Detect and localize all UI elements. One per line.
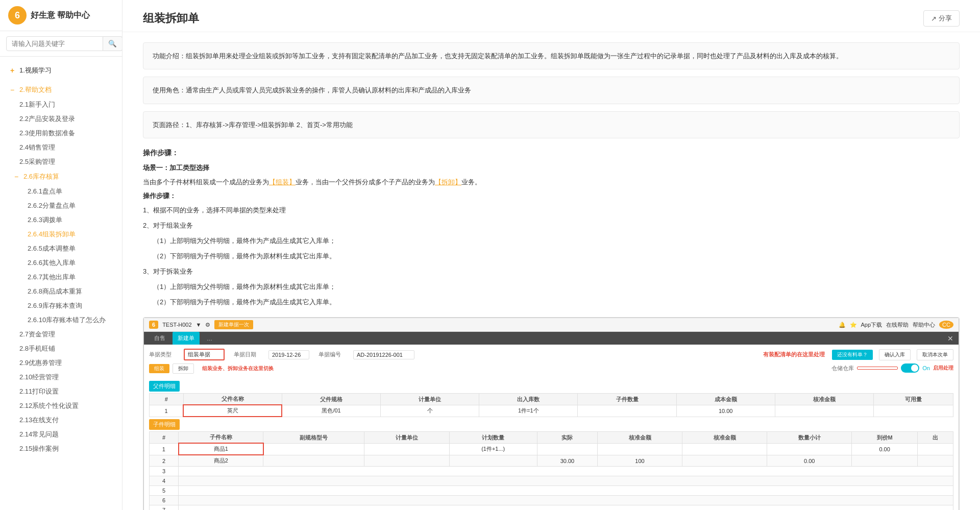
- app-title: 好生意 帮助中心: [31, 10, 90, 21]
- col-parent-name: 父件名称: [183, 394, 282, 405]
- no-value[interactable]: AD-20191226-001: [353, 350, 414, 359]
- app-topbar: 6 TEST-H002 ▼ ⚙ 新建单据一次 🔔 ⭐ App下载 在线帮助 帮助…: [144, 318, 959, 332]
- collapse-icon-2: −: [8, 86, 16, 94]
- search-button[interactable]: 🔍: [103, 36, 122, 51]
- nav-close-icon[interactable]: ✕: [947, 334, 953, 343]
- sidebar-item-263[interactable]: 2.6.3调拨单: [0, 213, 122, 227]
- no-label: 单据编号: [318, 351, 349, 358]
- sidebar-item-docs[interactable]: − 2.帮助文档: [0, 82, 122, 98]
- search-bar: 🔍: [0, 31, 122, 57]
- date-label: 单据日期: [234, 351, 264, 358]
- lcol-cost2: 核准金额: [682, 432, 767, 444]
- topbar-settings-icon: ⚙: [205, 322, 210, 328]
- sidebar-item-268[interactable]: 2.6.8商品成本重算: [0, 284, 122, 299]
- upper-section-label: 父件明细: [149, 381, 180, 392]
- warehouse-value[interactable]: [857, 367, 898, 370]
- col-unit: 计量单位: [380, 394, 479, 405]
- lcol-num: #: [150, 432, 179, 444]
- sidebar-item-sales[interactable]: 2.4销售管理: [0, 140, 122, 155]
- sidebar-nav: + 1.视频学习 − 2.帮助文档 2.1新手入门 2.2产品安装及登录 2.3…: [0, 57, 122, 510]
- sidebar-item-coupon[interactable]: 2.9优惠券管理: [0, 356, 122, 370]
- annotation-2: 组装业务、拆卸业务在这里切换: [202, 365, 274, 372]
- sidebar-item-262[interactable]: 2.6.2分量盘点单: [0, 199, 122, 213]
- role-intro-block: 使用角色：通常由生产人员或库管人员完成拆装业务的操作，库管人员确认原材料的出库和…: [143, 77, 960, 104]
- topbar-dropdown-icon: ▼: [196, 322, 202, 328]
- sidebar-item-purchase[interactable]: 2.5采购管理: [0, 155, 122, 169]
- sidebar: 6 好生意 帮助中心 🔍 + 1.视频学习 − 2.帮助文档 2.1新手入门 2…: [0, 0, 122, 510]
- sidebar-item-269[interactable]: 2.6.9库存账本查询: [0, 299, 122, 313]
- main-header: 组装拆卸单 ↗ 分享: [122, 0, 980, 32]
- app-nav-tabs: 自售 新建单 … ✕: [144, 332, 959, 345]
- sidebar-header: 6 好生意 帮助中心: [0, 0, 122, 31]
- nav-tab-home[interactable]: 自售: [149, 332, 170, 345]
- cell-parent-name: 英尺: [183, 405, 282, 417]
- cell-unit: 个: [380, 405, 479, 417]
- scene1-desc1: 当由多个子件材料组装成一个成品的业务为【组装】业务，当由一个父件拆分成多个子产品…: [143, 176, 960, 188]
- nav-tab-new[interactable]: 新建单: [173, 332, 200, 345]
- toggle-on-label: On: [922, 365, 930, 371]
- btn-confirm[interactable]: 确认入库: [879, 349, 911, 360]
- lower-table-row: 2 商品2 30.00 100 0.00: [150, 455, 953, 467]
- sidebar-item-print[interactable]: 2.11打印设置: [0, 384, 122, 399]
- sidebar-item-manage[interactable]: 2.10经营管理: [0, 370, 122, 384]
- sidebar-item-install[interactable]: 2.2产品安装及登录: [0, 112, 122, 126]
- btn-new-record[interactable]: 新建单据一次: [214, 320, 253, 329]
- sidebar-item-264[interactable]: 2.6.4组装拆卸单: [0, 227, 122, 241]
- sidebar-item-261[interactable]: 2.6.1盘点单: [0, 184, 122, 199]
- btn-subtype-assemble[interactable]: 组装: [149, 364, 169, 373]
- sidebar-item-payment[interactable]: 2.13在线支付: [0, 413, 122, 427]
- nav-section-2: − 2.帮助文档 2.1新手入门 2.2产品安装及登录 2.3使用前数据准备 2…: [0, 80, 122, 458]
- type-value[interactable]: 组装单据: [184, 349, 225, 360]
- date-value[interactable]: 2019-12-26: [268, 350, 309, 359]
- form-row-1: 单据类型 组装单据 单据日期 2019-12-26 单据编号 AD-201912…: [149, 349, 953, 360]
- sidebar-item-finance[interactable]: 2.7资金管理: [0, 327, 122, 342]
- sidebar-item-videos[interactable]: + 1.视频学习: [0, 63, 122, 78]
- sidebar-item-faq[interactable]: 2.14常见问题: [0, 427, 122, 442]
- sidebar-item-prepare[interactable]: 2.3使用前数据准备: [0, 126, 122, 140]
- step2-2: （2）下部明细为子件明细，最终作为原材料生成其它出库单。: [143, 250, 960, 263]
- app-form-area: 单据类型 组装单据 单据日期 2019-12-26 单据编号 AD-201912…: [144, 345, 959, 381]
- main-content-area: 组装拆卸单 ↗ 分享 功能介绍：组装拆卸单用来处理企业组装或拆卸等加工业务，支持…: [122, 0, 980, 510]
- topbar-star-icon: ⭐: [850, 322, 857, 328]
- lower-table-row: 6: [150, 496, 953, 505]
- cell-child-qty: [578, 405, 676, 417]
- step3-2: （2）下部明细为子件明细，最终作为产成品生成其它入库单。: [143, 296, 960, 309]
- lower-table-row: 5: [150, 486, 953, 496]
- lcol-price: 到价M: [852, 432, 918, 444]
- enable-toggle[interactable]: [901, 363, 919, 373]
- share-button[interactable]: ↗ 分享: [923, 10, 960, 27]
- annotation-1: 有装配清单的在这里处理: [763, 351, 825, 358]
- btn-cancel[interactable]: 取消本次单: [917, 349, 953, 360]
- btn-bom[interactable]: 还没有料单？: [832, 350, 873, 360]
- topbar-bell-icon: 🔔: [839, 322, 846, 328]
- sidebar-item-settings[interactable]: 2.12系统个性化设置: [0, 399, 122, 413]
- lower-table-row: 4: [150, 476, 953, 486]
- warehouse-label: 仓储仓库: [831, 365, 854, 372]
- sidebar-item-267[interactable]: 2.6.7其他出库单: [0, 270, 122, 284]
- step3: 3、对于拆装业务: [143, 265, 960, 278]
- search-input[interactable]: [6, 36, 103, 51]
- cell-num: 1: [150, 405, 184, 417]
- annotation-3: 启用处理: [933, 365, 953, 372]
- path-intro-text: 页面路径：1、库存核算->库存管理->组装拆卸单 2、首页->常用功能: [153, 121, 353, 129]
- type-label: 单据类型: [149, 351, 180, 358]
- sidebar-item-inventory[interactable]: − 2.6库存核算: [0, 169, 122, 184]
- sidebar-item-newbie[interactable]: 2.1新手入门: [0, 98, 122, 112]
- sidebar-item-cases[interactable]: 2.15操作案例: [0, 442, 122, 456]
- subtype-area: 组装 拆卸 组装业务、拆卸业务在这里切换: [149, 363, 274, 374]
- lcol-out: 出: [918, 432, 953, 444]
- col-available: 可用量: [874, 394, 953, 405]
- sidebar-item-2610[interactable]: 2.6.10库存账本错了怎么办: [0, 313, 122, 327]
- topbar-left: 6 TEST-H002 ▼ ⚙ 新建单据一次: [149, 320, 253, 329]
- nav-tab-more[interactable]: …: [202, 333, 217, 344]
- scene1-title: 场景一：加工类型选择: [143, 162, 960, 174]
- steps-title: 操作步骤：: [143, 145, 960, 160]
- sidebar-item-265[interactable]: 2.6.5成本调整单: [0, 241, 122, 256]
- steps-content: 操作步骤： 场景一：加工类型选择 当由多个子件材料组装成一个成品的业务为【组装】…: [143, 145, 960, 309]
- btn-subtype-disassemble[interactable]: 拆卸: [173, 363, 194, 374]
- topbar-help: 在线帮助: [886, 321, 909, 329]
- col-num: #: [150, 394, 184, 405]
- form-row-2: 组装 拆卸 组装业务、拆卸业务在这里切换 仓储仓库 On 启用处理: [149, 363, 953, 374]
- sidebar-item-mobile[interactable]: 2.8手机旺铺: [0, 342, 122, 356]
- sidebar-item-266[interactable]: 2.6.6其他入库单: [0, 256, 122, 270]
